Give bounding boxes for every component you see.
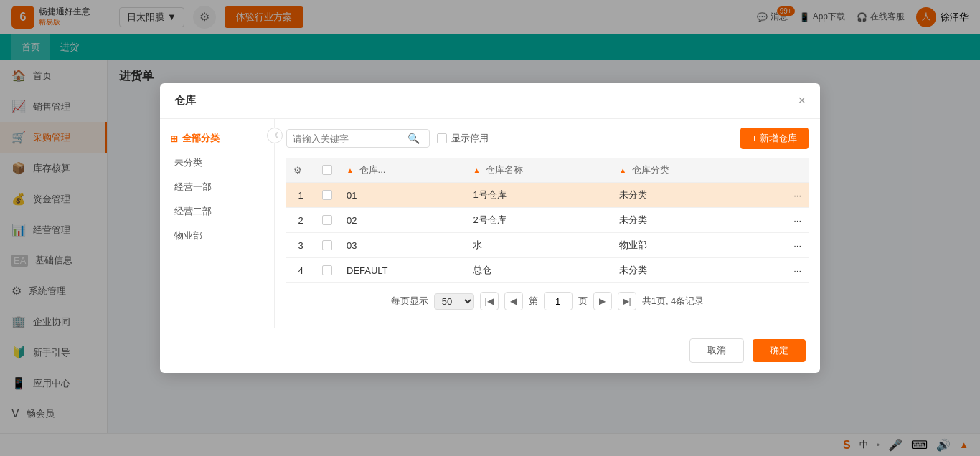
category-label-0: 未分类 [174, 157, 202, 168]
confirm-button[interactable]: 确定 [753, 339, 806, 362]
show-disabled-toggle[interactable]: 显示停用 [437, 132, 489, 145]
row-category: 未分类 [612, 258, 758, 283]
dialog-title: 仓库 [174, 94, 196, 108]
category-item-unclassified[interactable]: 未分类 [160, 151, 274, 175]
category-label-2: 经营二部 [174, 206, 212, 217]
category-item-property[interactable]: 物业部 [160, 224, 274, 248]
row-actions[interactable]: ··· [758, 208, 809, 233]
warehouse-table: ⚙ ▲ 仓库... ▲ 仓库名称 [286, 158, 809, 283]
row-checkbox[interactable] [322, 215, 332, 225]
table-toolbar: 🔍 显示停用 + 新增仓库 [286, 128, 809, 149]
page-input[interactable] [544, 292, 573, 310]
category-item-dept2[interactable]: 经营二部 [160, 199, 274, 224]
table-panel: 🔍 显示停用 + 新增仓库 ⚙ [275, 119, 820, 328]
row-name: 1号仓库 [466, 183, 612, 208]
table-row[interactable]: 4 DEFAULT 总仓 未分类 ··· [286, 258, 809, 283]
settings-col-header: ⚙ [286, 158, 315, 183]
row-category: 未分类 [612, 183, 758, 208]
category-panel: ⊞ 全部分类 《 未分类 经营一部 经营二部 物业部 [160, 119, 275, 328]
dialog-body: ⊞ 全部分类 《 未分类 经营一部 经营二部 物业部 [160, 119, 820, 328]
row-actions[interactable]: ··· [758, 233, 809, 258]
close-button[interactable]: × [798, 93, 806, 108]
sort-cat-icon: ▲ [619, 166, 626, 174]
all-categories-button[interactable]: ⊞ 全部分类 [160, 126, 274, 151]
row-category: 物业部 [612, 233, 758, 258]
row-checkbox-cell[interactable] [315, 183, 339, 208]
row-actions[interactable]: ··· [758, 258, 809, 283]
table-row[interactable]: 1 01 1号仓库 未分类 ··· [286, 183, 809, 208]
next-page-button[interactable]: ▶ [593, 292, 612, 310]
category-col-header: ▲ 仓库分类 [612, 158, 758, 183]
category-label-1: 经营一部 [174, 181, 212, 192]
cancel-button[interactable]: 取消 [689, 338, 744, 363]
first-page-button[interactable]: |◀ [480, 292, 499, 310]
row-checkbox-cell[interactable] [315, 258, 339, 283]
name-col-header: ▲ 仓库名称 [466, 158, 612, 183]
row-checkbox-cell[interactable] [315, 208, 339, 233]
row-code: 03 [339, 233, 466, 258]
row-checkbox[interactable] [322, 265, 332, 275]
row-actions[interactable]: ··· [758, 183, 809, 208]
show-disabled-checkbox[interactable] [437, 133, 447, 143]
show-disabled-label: 显示停用 [451, 132, 489, 145]
table-body: 1 01 1号仓库 未分类 ··· 2 02 2号仓库 未分类 ··· 3 03… [286, 183, 809, 283]
category-col-label: 仓库分类 [632, 164, 669, 175]
row-code: 01 [339, 183, 466, 208]
category-item-dept1[interactable]: 经营一部 [160, 175, 274, 199]
search-input[interactable] [293, 133, 407, 144]
table-header-row: ⚙ ▲ 仓库... ▲ 仓库名称 [286, 158, 809, 183]
sort-icon: ▲ [347, 166, 354, 174]
pagination: 每页显示 50 100 200 |◀ ◀ 第 页 ▶ ▶| 共1页, 4条记录 [286, 283, 809, 319]
add-warehouse-button[interactable]: + 新增仓库 [740, 128, 809, 149]
category-label-3: 物业部 [174, 230, 202, 241]
prev-page-button[interactable]: ◀ [504, 292, 523, 310]
row-num: 2 [286, 208, 315, 233]
actions-col-header [758, 158, 809, 183]
name-col-label: 仓库名称 [486, 164, 523, 175]
select-all-checkbox[interactable] [322, 165, 332, 175]
table-row[interactable]: 3 03 水 物业部 ··· [286, 233, 809, 258]
last-page-button[interactable]: ▶| [618, 292, 636, 310]
dialog-footer: 取消 确定 [160, 328, 820, 373]
row-num: 4 [286, 258, 315, 283]
per-page-label: 每页显示 [391, 295, 428, 308]
warehouse-dialog: 仓库 × ⊞ 全部分类 《 未分类 经营一部 经营二部 [160, 83, 820, 373]
row-name: 水 [466, 233, 612, 258]
dialog-header: 仓库 × [160, 83, 820, 119]
collapse-button[interactable]: 《 [267, 128, 283, 143]
table-row[interactable]: 2 02 2号仓库 未分类 ··· [286, 208, 809, 233]
row-name: 2号仓库 [466, 208, 612, 233]
sort-name-icon: ▲ [473, 166, 480, 174]
row-code: 02 [339, 208, 466, 233]
page-suffix: 页 [578, 295, 588, 308]
row-num: 3 [286, 233, 315, 258]
grid-icon: ⊞ [170, 133, 178, 144]
row-code: DEFAULT [339, 258, 466, 283]
checkbox-col-header [315, 158, 339, 183]
all-categories-label: 全部分类 [182, 132, 220, 145]
row-name: 总仓 [466, 258, 612, 283]
total-info: 共1页, 4条记录 [642, 295, 705, 308]
row-checkbox-cell[interactable] [315, 233, 339, 258]
row-checkbox[interactable] [322, 190, 332, 200]
modal-overlay: 仓库 × ⊞ 全部分类 《 未分类 经营一部 经营二部 [0, 0, 980, 456]
row-checkbox[interactable] [322, 240, 332, 250]
code-col-header: ▲ 仓库... [339, 158, 466, 183]
page-prefix: 第 [529, 295, 538, 308]
search-box[interactable]: 🔍 [286, 129, 430, 148]
row-category: 未分类 [612, 208, 758, 233]
code-col-label: 仓库... [359, 164, 386, 175]
gear-col-icon: ⚙ [293, 165, 302, 176]
per-page-select[interactable]: 50 100 200 [434, 293, 474, 310]
search-icon[interactable]: 🔍 [407, 133, 420, 144]
row-num: 1 [286, 183, 315, 208]
